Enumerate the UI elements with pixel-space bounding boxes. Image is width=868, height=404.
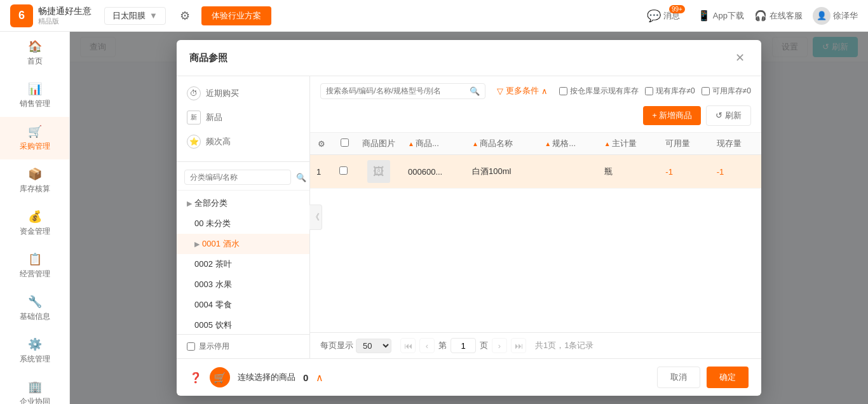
stock-nonzero-checkbox[interactable] (645, 87, 653, 95)
display-stopped-label: 显示停用 (199, 341, 229, 352)
tab-frequent[interactable]: ⭐ 频次高 (177, 130, 309, 154)
product-search-input[interactable] (326, 86, 466, 95)
user-profile[interactable]: 👤 徐泽华 (813, 7, 858, 25)
warehouse-stock-filter[interactable]: 按仓库显示现有库存 (559, 86, 639, 97)
app-download-label: App下载 (713, 10, 744, 22)
cta-button[interactable]: 体验行业方案 (201, 6, 271, 25)
sidebar-item-purchase[interactable]: 🛒 采购管理 (0, 117, 69, 159)
product-table-wrap: ⚙ 商品图片 (310, 133, 761, 332)
help-icon[interactable]: ❓ (189, 372, 202, 384)
search-input-wrap: 🔍 (320, 83, 485, 99)
filter-icon: ▽ (497, 86, 503, 96)
sidebar-item-system[interactable]: ⚙️ 系统管理 (0, 330, 69, 372)
main-area: 查询 设置 ↺ 刷新 商品参照 ✕ ⏱ (70, 32, 868, 404)
category-item-all[interactable]: ▶ 全部分类 (177, 193, 309, 213)
tab-recent-purchase[interactable]: ⏱ 近期购买 (177, 81, 309, 105)
sidebar-item-finance[interactable]: 💰 资金管理 (0, 202, 69, 245)
logo-area: 6 畅捷通好生意 精品版 (10, 4, 92, 27)
category-item-beverage[interactable]: 0005 饮料 (177, 315, 309, 334)
col-available-label: 可用量 (665, 138, 690, 148)
available-nonzero-checkbox[interactable] (702, 87, 710, 95)
logo-icon: 6 (10, 4, 33, 27)
recent-purchase-icon: ⏱ (187, 86, 201, 100)
sort-desc-icon: ▲ (472, 140, 478, 147)
col-code[interactable]: ▲ 商品... (402, 133, 466, 155)
online-service-label: 在线客服 (770, 10, 803, 22)
sidebar-item-inventory[interactable]: 📦 库存核算 (0, 159, 69, 202)
refresh-button[interactable]: ↺ 刷新 (706, 105, 751, 126)
col-unit[interactable]: ▲ 主计量 (598, 133, 660, 155)
cell-available: -1 (659, 155, 710, 189)
modal-close-button[interactable]: ✕ (731, 49, 749, 67)
stock-nonzero-label: 现有库存≠0 (656, 86, 695, 97)
online-service-btn[interactable]: 🎧 在线客服 (754, 10, 803, 22)
category-item-snack[interactable]: 0004 零食 (177, 295, 309, 315)
sidebar-label-finance: 资金管理 (20, 226, 50, 237)
settings-icon-btn[interactable]: ⚙ (173, 4, 196, 27)
prev-page-btn[interactable]: ‹ (419, 338, 435, 353)
category-item-alcohol[interactable]: ▶ 0001 酒水 (177, 234, 309, 254)
finance-icon: 💰 (28, 210, 42, 224)
confirm-button[interactable]: 确定 (707, 367, 749, 388)
col-stock-label: 现存量 (717, 138, 742, 148)
sidebar-label-system: 系统管理 (20, 354, 50, 365)
category-item-fruit[interactable]: 0003 水果 (177, 274, 309, 295)
filter-label: 更多条件 (506, 85, 539, 97)
modal-left-panel: ⏱ 近期购买 新 新品 ⭐ 频次高 (177, 76, 310, 358)
select-all-checkbox[interactable] (341, 138, 349, 147)
arrow-icon: ▶ (187, 199, 192, 208)
page-size-select[interactable]: 10 20 50 100 (356, 339, 391, 353)
category-label: 0001 酒水 (202, 238, 240, 250)
available-nonzero-label: 可用库存≠0 (712, 86, 751, 97)
top-navigation: 6 畅捷通好生意 精品版 日太阳膜 ▼ ⚙ 体验行业方案 💬 99+ 消息 📱 … (0, 0, 868, 32)
cell-spec (538, 155, 598, 189)
category-search-input[interactable] (184, 170, 291, 185)
modal-body: ⏱ 近期购买 新 新品 ⭐ 频次高 (177, 76, 761, 358)
footer-actions: 取消 确定 (657, 367, 749, 388)
logo-name: 畅捷通好生意 (38, 5, 92, 17)
sidebar-label-basic-info: 基础信息 (20, 311, 50, 322)
col-spec-label: 规格... (552, 138, 576, 149)
system-icon: ⚙️ (28, 337, 42, 351)
col-name[interactable]: ▲ 商品名称 (466, 133, 538, 155)
cell-unit: 瓶 (598, 155, 660, 189)
table-row[interactable]: 1 🖼 000600... 白酒100ml (310, 155, 761, 189)
enterprise-icon: 🏢 (28, 380, 42, 394)
col-image: 商品图片 (356, 133, 402, 155)
app-download-btn[interactable]: 📱 App下载 (698, 10, 744, 22)
warehouse-stock-checkbox[interactable] (559, 87, 567, 95)
last-page-btn[interactable]: ⏭ (511, 338, 526, 353)
settings-icon[interactable]: ⚙ (318, 139, 325, 149)
category-search-icon[interactable]: 🔍 (296, 173, 306, 182)
category-item-uncategorized[interactable]: 00 未分类 (177, 213, 309, 234)
col-spec[interactable]: ▲ 规格... (538, 133, 598, 155)
next-page-btn[interactable]: › (492, 338, 507, 353)
product-reference-modal: 商品参照 ✕ ⏱ 近期购买 新 新品 (177, 40, 761, 396)
search-submit-icon[interactable]: 🔍 (470, 86, 480, 96)
row-checkbox[interactable] (339, 166, 348, 175)
display-stopped-checkbox[interactable] (187, 342, 195, 351)
tab-new-products[interactable]: 新 新品 (177, 105, 309, 130)
cancel-button[interactable]: 取消 (657, 367, 700, 388)
add-product-button[interactable]: + 新增商品 (643, 106, 701, 125)
filter-collapse-icon: ∧ (541, 86, 548, 96)
category-label: 0003 水果 (194, 279, 232, 290)
available-nonzero-filter[interactable]: 可用库存≠0 (702, 86, 751, 97)
sidebar-item-home[interactable]: 🏠 首页 (0, 32, 69, 74)
more-filter-btn[interactable]: ▽ 更多条件 ∧ (492, 83, 553, 99)
col-available: 可用量 (659, 133, 710, 155)
page-number-input[interactable] (451, 338, 476, 353)
collapse-btn[interactable]: ∧ (316, 372, 323, 384)
sidebar-item-business[interactable]: 📋 经营管理 (0, 245, 69, 287)
stock-nonzero-filter[interactable]: 现有库存≠0 (645, 86, 695, 97)
page-size-selector: 每页显示 10 20 50 100 (320, 339, 391, 353)
sidebar-item-sales[interactable]: 📊 销售管理 (0, 74, 69, 117)
first-page-btn[interactable]: ⏮ (400, 338, 416, 353)
store-selector[interactable]: 日太阳膜 ▼ (104, 7, 166, 25)
sidebar-label-enterprise: 企业协同 (20, 396, 50, 404)
sidebar-item-enterprise[interactable]: 🏢 企业协同 (0, 372, 69, 404)
messages-btn[interactable]: 💬 99+ 消息 (647, 9, 680, 23)
category-item-tea[interactable]: 0002 茶叶 (177, 254, 309, 274)
sidebar-item-basic-info[interactable]: 🔧 基础信息 (0, 287, 69, 330)
table-body: 1 🖼 000600... 白酒100ml (310, 155, 761, 189)
